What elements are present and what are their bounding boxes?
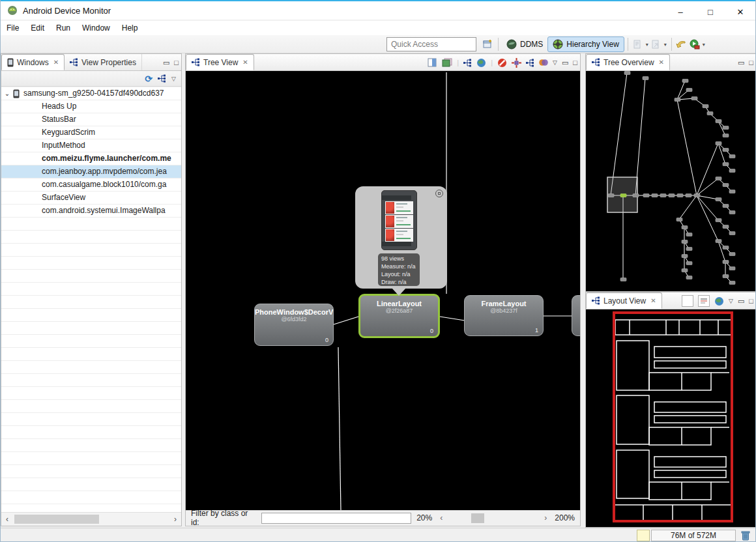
preview-card xyxy=(385,215,413,228)
tab-close-icon[interactable]: ✕ xyxy=(242,59,248,66)
panel-maximize-button[interactable]: □ xyxy=(749,59,753,66)
perspective-ddms-button[interactable]: DDMS xyxy=(502,37,547,51)
tab-tree-view[interactable]: Tree View ✕ xyxy=(186,54,254,70)
panel-minimize-button[interactable]: ▭ xyxy=(738,59,744,67)
zoom-max-label: 200% xyxy=(549,513,580,522)
window-list-item[interactable]: com.jeanboy.app.mvpdemo/com.jea xyxy=(1,165,181,178)
node-info-popup: 98 viewsMeasure: n/aLayout: n/aDraw: n/a xyxy=(355,186,447,289)
request-layout-button[interactable] xyxy=(526,59,534,67)
save-as-png-button[interactable] xyxy=(428,58,437,67)
empty-row xyxy=(1,283,181,296)
tab-windows-label: Windows xyxy=(17,58,49,67)
popup-close-icon[interactable] xyxy=(435,190,443,197)
run-external-tools-dropdown[interactable]: ▾ xyxy=(703,42,705,48)
window-list-item[interactable]: com.casualgame.block1010/com.ga xyxy=(1,178,181,192)
tab-windows[interactable]: Windows ✕ xyxy=(1,54,65,70)
window-minimize-button[interactable]: – xyxy=(665,3,695,21)
window-item-label: SurfaceView xyxy=(42,192,85,204)
zoom-out-icon[interactable]: ‹ xyxy=(437,513,445,522)
tab-tree-overview[interactable]: Tree Overview ✕ xyxy=(586,54,670,70)
external-tools-button[interactable] xyxy=(650,37,663,51)
menu-item-edit[interactable]: Edit xyxy=(25,22,50,34)
tree-node-fitw[interactable]: FitW xyxy=(572,295,580,336)
node-class-name: FrameLayout xyxy=(465,300,543,307)
device-label: samsung-sm_g9250-04157df490dcd637 xyxy=(23,87,164,100)
windows-horizontal-scrollbar[interactable]: ‹ › xyxy=(1,512,181,525)
tree-node-framelayout[interactable]: FrameLayout@8b4237f1 xyxy=(464,295,544,336)
profile-node-button[interactable] xyxy=(539,58,548,67)
window-item-label: Heads Up xyxy=(42,100,76,113)
external-tools-dropdown[interactable]: ▾ xyxy=(664,42,667,48)
view-menu-dropdown[interactable]: ▽ xyxy=(729,298,733,304)
panel-maximize-button[interactable]: □ xyxy=(749,297,753,305)
load-view-hierarchy-button[interactable] xyxy=(463,59,472,67)
main-toolbar: DDMS Hierarchy View ▾ ▾ xyxy=(1,35,755,53)
window-item-label: com.casualgame.block1010/com.ga xyxy=(42,178,166,191)
expand-chevron-icon[interactable]: ⌄ xyxy=(1,87,13,100)
window-item-label: com.jeanboy.app.mvpdemo/com.jea xyxy=(42,165,167,178)
node-stat-line: Measure: n/a xyxy=(381,263,416,270)
tree-overview-canvas[interactable] xyxy=(586,71,756,291)
preview-navbar xyxy=(382,242,411,246)
panel-maximize-button[interactable]: □ xyxy=(174,59,179,66)
quick-access-input[interactable] xyxy=(386,37,476,51)
zoom-slider-thumb[interactable] xyxy=(471,513,484,523)
panel-maximize-button[interactable]: □ xyxy=(573,59,577,66)
title-bar: Android Device Monitor – □ ✕ xyxy=(1,0,755,20)
tab-close-icon[interactable]: ✕ xyxy=(650,297,656,304)
display-view-button[interactable] xyxy=(476,58,486,68)
tree-node-phonewindowdecorview[interactable]: PhoneWindow$DecorView@6fd3fd20 xyxy=(254,304,334,346)
window-list-item[interactable]: Heads Up xyxy=(1,100,181,113)
run-external-tools-button[interactable] xyxy=(688,37,701,51)
display-view-button[interactable] xyxy=(714,296,724,306)
open-perspective-button[interactable] xyxy=(482,37,495,51)
empty-row xyxy=(1,387,181,400)
panel-minimize-button[interactable]: ▭ xyxy=(163,59,169,67)
capture-layers-button[interactable] xyxy=(442,58,452,67)
window-list-item[interactable]: StatusBar xyxy=(1,113,181,126)
tree-overview-minimap[interactable] xyxy=(586,71,756,291)
show-extras-button[interactable] xyxy=(682,295,693,307)
scroll-right-icon[interactable]: › xyxy=(169,515,181,524)
device-row[interactable]: ⌄samsung-sm_g9250-04157df490dcd637 xyxy=(1,87,181,100)
window-close-button[interactable]: ✕ xyxy=(725,3,755,21)
window-list-item[interactable]: SurfaceView xyxy=(1,192,181,205)
invalidate-view-button[interactable] xyxy=(512,58,521,68)
menu-item-file[interactable]: File xyxy=(1,22,25,34)
zoom-in-icon[interactable]: › xyxy=(542,513,549,522)
window-list-item[interactable]: KeyguardScrim xyxy=(1,126,181,139)
scroll-left-icon[interactable]: ‹ xyxy=(1,515,13,524)
menu-item-help[interactable]: Help xyxy=(116,22,144,34)
tab-layout-view[interactable]: Layout View ✕ xyxy=(586,292,662,309)
tree-overview-panel: Tree Overview ✕ ▭ □ xyxy=(585,53,756,292)
window-maximize-button[interactable]: □ xyxy=(695,3,725,21)
view-menu-dropdown[interactable]: ▽ xyxy=(553,59,557,66)
filter-input[interactable] xyxy=(261,513,411,524)
panel-minimize-button[interactable]: ▭ xyxy=(738,297,744,306)
load-view-hierarchy-button[interactable] xyxy=(158,74,166,83)
node-child-count: 0 xyxy=(325,337,328,343)
tab-view-properties[interactable]: View Properties xyxy=(65,54,142,70)
run-last-tool-dropdown[interactable]: ▾ xyxy=(646,42,648,48)
perspective-hierarchy-view-button[interactable]: Hierarchy View xyxy=(547,36,624,52)
stop-button[interactable] xyxy=(497,58,507,68)
tab-close-icon[interactable]: ✕ xyxy=(53,59,59,66)
last-edit-location-button[interactable] xyxy=(675,37,688,51)
layout-view-canvas[interactable] xyxy=(586,309,756,527)
window-list-item[interactable]: InputMethod xyxy=(1,139,181,152)
scrollbar-thumb[interactable] xyxy=(14,515,99,524)
refresh-windows-button[interactable]: ⟳ xyxy=(145,74,153,84)
tree-node-linearlayout[interactable]: LinearLayout@2f26a870 xyxy=(358,294,440,338)
menu-item-run[interactable]: Run xyxy=(50,22,76,34)
window-list-item[interactable]: com.meizu.flyme.launcher/com.me xyxy=(1,152,181,165)
view-menu-dropdown[interactable]: ▽ xyxy=(171,76,176,82)
tree-view-canvas[interactable]: PhoneWindow$DecorView@6fd3fd20LinearLayo… xyxy=(186,71,580,511)
window-list-item[interactable]: com.android.systemui.ImageWallpa xyxy=(1,205,181,218)
garbage-collect-button[interactable] xyxy=(741,530,750,541)
tab-close-icon[interactable]: ✕ xyxy=(659,59,664,66)
menu-item-window[interactable]: Window xyxy=(76,22,116,34)
panel-minimize-button[interactable]: ▭ xyxy=(562,59,568,67)
zoom-slider[interactable] xyxy=(445,511,542,525)
run-last-tool-button[interactable] xyxy=(632,37,645,51)
show-wireframe-button[interactable] xyxy=(698,295,710,307)
